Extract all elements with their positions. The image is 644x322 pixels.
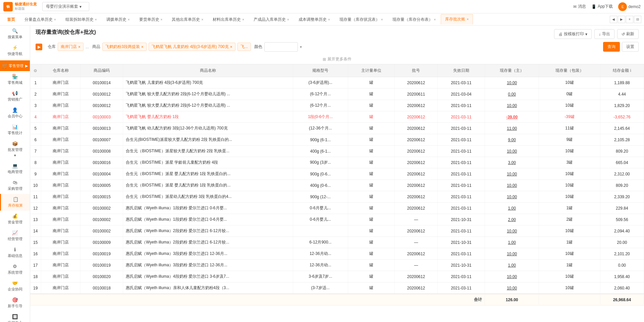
td-warehouse: 南岸门店 [41,100,80,111]
td-qty[interactable]: 10.00 [485,146,539,157]
td-qty[interactable]: 10.00 [485,100,539,111]
product-tag-2-close[interactable]: × [230,45,232,49]
print-button[interactable]: 🖨 按模板打印 ▾ [554,29,592,39]
nav-menu-button[interactable]: ⊟ [634,16,641,23]
tab-kucun-batch[interactable]: 库存批次账 × [441,14,473,24]
product-tag-1[interactable]: 飞鹤奶粉3段两提装 × [102,43,147,51]
tab-xiancun2[interactable]: 现存量（库存分布表）× [388,14,440,24]
sidebar-item-inventory[interactable]: 📋 库存核算 [0,194,30,211]
tab-fenliang[interactable]: 分量盘点单历史 × [20,14,60,24]
query-button[interactable]: 查询 [603,42,620,52]
nav-close-button[interactable]: × [626,16,633,23]
table-container[interactable]: ⚙ 仓库名称 商品编码 商品名称 规格型号 主计量单位 批号 失效日期 现存量（… [30,64,644,322]
sidebar-item-operations[interactable]: 📈 经营管理 [0,227,30,244]
table-row: 8 南岸门店 00100016 合生元（BIOSTIME）派星 学龄前儿童配方奶… [30,157,644,168]
warehouse-more[interactable]: ... [86,45,89,49]
close-icon[interactable]: × [161,18,163,21]
td-code: 00100002 [80,225,123,237]
sidebar-item-finance[interactable]: 💰 资金管理 [0,211,30,227]
td-qty[interactable]: 2.00 [485,214,539,225]
close-icon[interactable]: × [54,18,56,21]
sidebar-quick-nav[interactable]: ⚡ 快捷导航 [0,42,30,59]
sidebar-item-marketing[interactable]: 📢 营销推广 [0,88,30,105]
td-no: 11 [30,191,41,203]
close-icon[interactable]: × [287,18,289,21]
warehouse-tag-nanhu[interactable]: 南岸门店 × [58,43,84,51]
product-tag-2[interactable]: 飞鹤星飞帆 儿童奶粉 4段(3-6岁适用) 700克 × [149,43,235,51]
nav-prev-button[interactable]: ◀ [610,16,617,23]
tab-diaob[interactable]: 调拨单历史 × [102,14,134,24]
message-button[interactable]: ✉ 消息 [573,4,586,9]
sidebar-item-basic-info[interactable]: ℹ 基础信息 [0,244,30,261]
td-qty[interactable]: 10.00 [485,180,539,191]
sidebar-item-retail-mgmt[interactable]: 🛒 零售管理 ▶ [0,60,30,71]
product-tag-more[interactable]: 飞... [237,43,251,51]
td-qty[interactable]: 10.00 [485,271,539,282]
tab-qita[interactable]: 其他出库单历史 × [167,14,208,24]
expand-conditions-button[interactable]: ⊞ 展开更多条件 [323,56,352,62]
product-tag-1-close[interactable]: × [141,45,144,49]
close-icon[interactable]: × [434,18,436,21]
tab-zuhe[interactable]: 组装拆卸单历史 × [61,14,101,24]
td-qty[interactable]: 10.00 [485,282,539,294]
tab-chengben[interactable]: 成本调整单历史 × [294,14,334,24]
td-qty[interactable]: 10.00 [485,168,539,180]
filter-expand-icon[interactable]: ▶ [36,44,42,50]
sidebar-item-ecommerce[interactable]: 💻 电商管理 [0,160,30,177]
close-icon[interactable]: × [381,18,383,21]
close-icon[interactable]: × [201,18,203,21]
sidebar-item-retail-mall[interactable]: 🏪 零售商城 [0,71,30,88]
tab-xiancun1[interactable]: 现存量（库存状况表）× [335,14,387,24]
sidebar-item-collab[interactable]: 🤝 企业协同 [0,278,30,294]
td-qty[interactable]: -39.00 [485,111,539,123]
settings-icon[interactable]: ⚙ [34,68,37,73]
td-qty[interactable]: 10.00 [485,225,539,237]
td-warehouse: 南岸门店 [41,168,80,180]
sidebar-item-retail-stats[interactable]: 📊 零售统计 [0,121,30,138]
td-amount: 4.44 [600,89,644,100]
settings-button[interactable]: 设置 [622,42,639,52]
app-download-button[interactable]: 📱 App下载 [591,4,613,9]
tab-chancheng[interactable]: 产成品入库单历史 × [249,14,293,24]
sidebar-search[interactable]: 🔍 搜索英单 [0,25,30,42]
tab-home[interactable]: 首页 [3,14,19,24]
sidebar-item-wholesale[interactable]: 📦 批发管理 ▾ [0,138,30,160]
message-icon: ✉ [573,4,577,9]
td-qty[interactable]: 0.00 [485,89,539,100]
sidebar-item-member[interactable]: 👤 会员中心 [0,105,30,121]
td-qty[interactable]: 1.00 [485,203,539,214]
user-area[interactable]: E demo2 [618,2,641,11]
close-icon[interactable]: × [467,17,469,21]
td-qty[interactable]: 10.00 [485,248,539,260]
tab-cailiao[interactable]: 材料出库单历史 × [208,14,249,24]
td-qty[interactable]: 1.00 [485,237,539,248]
close-icon[interactable]: × [128,18,130,21]
sidebar-item-system[interactable]: ⚙ 系统管理 [0,261,30,278]
nav-tabs: 首页 分量盘点单历史 × 组装拆卸单历史 × 调拨单历史 × 要货单历史 × 其… [0,13,644,25]
export-label: 导出 [602,31,610,37]
td-qty[interactable]: 10.00 [485,191,539,203]
sidebar-item-apps[interactable]: 🔲 应用中心 [0,311,30,322]
td-qty[interactable]: 1.00 [485,260,539,271]
refresh-button[interactable]: ↺ 刷新 [617,29,639,39]
industry-select[interactable]: 母婴行业演示账套 ▾ [42,2,89,11]
td-qty[interactable]: 10.00 [485,77,539,89]
close-icon[interactable]: × [95,18,97,21]
td-qty-pkg: 9罐 [539,134,600,146]
close-icon[interactable]: × [242,18,244,21]
color-dropdown-arrow[interactable]: ▾ [300,45,302,49]
sidebar-item-guide[interactable]: 🎯 新手引导 [0,294,30,311]
warehouse-tag-close[interactable]: × [78,45,80,49]
refresh-icon: ↺ [622,32,625,37]
close-icon[interactable]: × [328,18,330,21]
th-settings[interactable]: ⚙ [30,64,41,77]
td-qty[interactable]: 9.00 [485,134,539,146]
td-qty[interactable]: 11.00 [485,123,539,134]
nav-next-button[interactable]: ▶ [618,16,625,23]
sidebar-item-purchase[interactable]: 🛍 采购管理 [0,177,30,194]
td-batch: 20200612 [395,203,437,214]
td-qty[interactable]: 3.00 [485,157,539,168]
tab-yaohuo[interactable]: 要货单历史 × [135,14,167,24]
export-button[interactable]: ↓ 导出 [594,29,614,39]
color-filter-input[interactable] [264,42,298,52]
